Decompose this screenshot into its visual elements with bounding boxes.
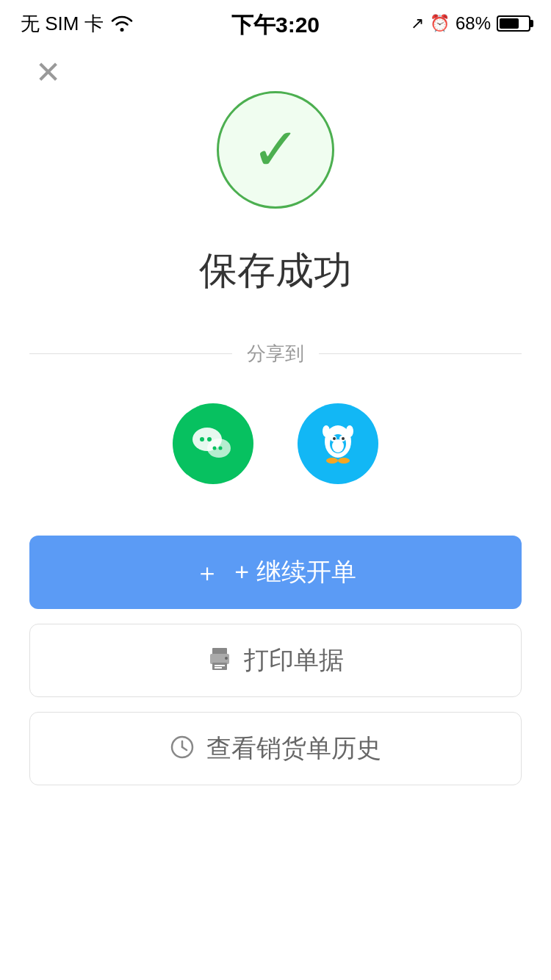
alarm-icon: ⏰ <box>430 14 450 33</box>
wifi-icon <box>111 15 133 32</box>
checkmark-icon: ✓ <box>251 120 300 179</box>
svg-point-1 <box>200 437 204 442</box>
svg-point-15 <box>338 458 350 464</box>
battery-percent-text: 68% <box>455 13 491 34</box>
clock-icon <box>170 735 195 763</box>
svg-point-5 <box>219 447 223 450</box>
battery-icon <box>497 15 530 32</box>
location-icon: ↗ <box>411 14 424 33</box>
qq-share-button[interactable] <box>298 403 378 484</box>
svg-point-2 <box>207 437 212 442</box>
status-right: ↗ ⏰ 68% <box>411 13 530 34</box>
wechat-icon <box>191 425 235 463</box>
status-left: 无 SIM 卡 <box>21 11 133 37</box>
svg-point-11 <box>342 437 345 440</box>
svg-point-12 <box>323 425 330 437</box>
svg-point-22 <box>225 657 228 660</box>
share-section: 分享到 <box>0 341 551 499</box>
svg-point-14 <box>326 458 338 464</box>
plus-icon: ＋ <box>195 560 220 585</box>
svg-point-4 <box>213 447 217 450</box>
svg-point-16 <box>332 439 344 453</box>
close-button[interactable]: ✕ <box>29 54 66 91</box>
wechat-share-button[interactable] <box>173 403 253 484</box>
svg-rect-20 <box>215 665 225 666</box>
print-label: 打印单据 <box>244 644 344 677</box>
status-bar: 无 SIM 卡 下午3:20 ↗ ⏰ 68% <box>0 0 551 47</box>
printer-icon <box>207 646 232 675</box>
print-button[interactable]: 打印单据 <box>29 624 522 697</box>
svg-point-10 <box>333 437 336 440</box>
share-icons <box>29 403 522 484</box>
svg-rect-21 <box>215 667 222 669</box>
success-circle: ✓ <box>217 91 334 209</box>
close-icon: ✕ <box>35 57 61 88</box>
svg-line-25 <box>182 747 187 750</box>
main-content: ✓ 保存成功 分享到 <box>0 47 551 785</box>
action-buttons: ＋ + 继续开单 打印单据 <box>0 536 551 785</box>
history-button[interactable]: 查看销货单历史 <box>29 712 522 785</box>
carrier-text: 无 SIM 卡 <box>21 11 104 37</box>
share-label: 分享到 <box>247 341 304 367</box>
qq-icon <box>316 419 360 468</box>
time-display: 下午3:20 <box>231 10 320 40</box>
history-label: 查看销货单历史 <box>206 732 381 765</box>
share-divider: 分享到 <box>29 341 522 367</box>
continue-label: + 继续开单 <box>234 555 356 589</box>
svg-point-13 <box>346 425 353 437</box>
success-title: 保存成功 <box>199 245 352 297</box>
continue-button[interactable]: ＋ + 继续开单 <box>29 536 522 609</box>
